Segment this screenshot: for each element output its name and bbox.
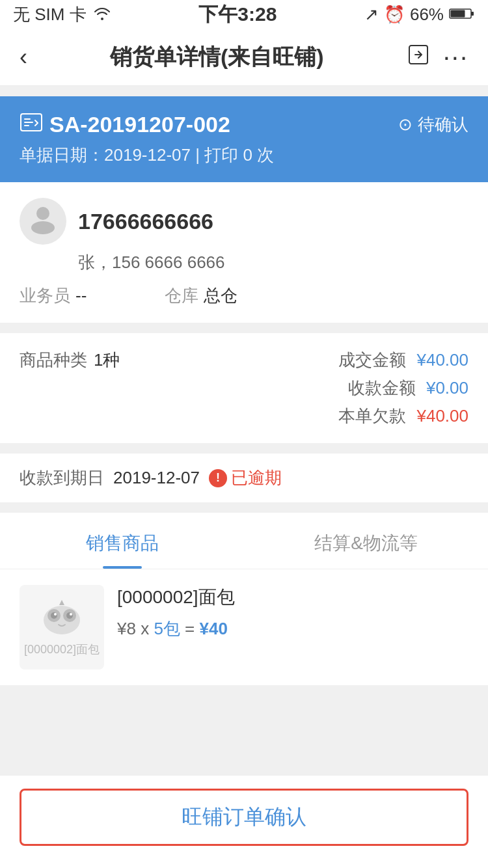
- no-sim-text: 无 SIM 卡: [13, 3, 87, 26]
- receipt-amount-row: 收款金额 ¥0.00: [348, 377, 468, 400]
- salesperson-label: 业务员: [20, 284, 70, 307]
- confirm-order-button[interactable]: 旺铺订单确认: [20, 789, 468, 846]
- debt-amount-row: 本单欠款 ¥40.00: [338, 405, 468, 427]
- product-kind: 商品种类 1种: [20, 349, 120, 372]
- battery-text: 66%: [410, 5, 444, 25]
- order-status: ⊙ 待确认: [398, 113, 468, 136]
- amount-section: 商品种类 1种 成交金额 ¥40.00 收款金额 ¥0.00 本单欠款 ¥40.…: [0, 333, 488, 443]
- status-time: 下午3:28: [198, 1, 277, 28]
- svg-point-7: [44, 606, 80, 634]
- receipt-amount-label: 收款金额: [348, 377, 416, 400]
- product-thumbnail: [0000002]面包: [20, 585, 104, 670]
- tab-settlement-logistics[interactable]: 结算&物流等: [244, 513, 488, 569]
- debt-amount-value: ¥40.00: [416, 406, 468, 426]
- overdue-badge: ! 已逾期: [209, 467, 282, 489]
- alarm-icon: ⏰: [384, 5, 405, 25]
- status-left: 无 SIM 卡: [13, 3, 111, 26]
- svg-point-10: [51, 612, 57, 619]
- warehouse-label: 仓库: [165, 284, 198, 307]
- receipt-amount-value: ¥0.00: [426, 378, 468, 398]
- due-date: 2019-12-07: [113, 468, 200, 488]
- product-thumbnail-inner: [0000002]面包: [24, 597, 100, 657]
- order-date: 单据日期：2019-12-07 | 打印 0 次: [20, 144, 468, 167]
- share-icon[interactable]: [407, 43, 430, 72]
- user-icon: [27, 203, 59, 240]
- tabs-row: 销售商品 结算&物流等: [0, 513, 488, 569]
- product-unit-price: ¥8 x: [117, 619, 154, 638]
- product-price-row: ¥8 x 5包 = ¥40: [117, 617, 468, 640]
- wifi-icon: [93, 5, 111, 25]
- svg-rect-1: [471, 12, 474, 16]
- status-right: ↗ ⏰ 66%: [364, 5, 475, 25]
- svg-point-5: [36, 207, 49, 220]
- svg-point-12: [54, 613, 57, 616]
- deal-amount-label: 成交金额: [338, 349, 406, 372]
- nav-bar: ‹ 销货单详情(来自旺铺) ···: [0, 29, 488, 86]
- due-label: 收款到期日: [20, 467, 104, 489]
- bottom-bar: 旺铺订单确认: [0, 775, 488, 868]
- deal-amount-row: 成交金额 ¥40.00: [338, 349, 468, 372]
- amounts-right: 成交金额 ¥40.00 收款金额 ¥0.00 本单欠款 ¥40.00: [338, 349, 468, 427]
- more-icon[interactable]: ···: [443, 42, 468, 72]
- battery-icon: [449, 5, 475, 25]
- nav-actions: ···: [407, 42, 468, 72]
- order-header: SA-20191207-002 ⊙ 待确认 单据日期：2019-12-07 | …: [0, 96, 488, 182]
- avatar: [20, 198, 66, 245]
- product-item: [0000002]面包 [0000002]面包 ¥8 x 5包 = ¥40: [0, 569, 488, 685]
- back-button[interactable]: ‹: [20, 44, 27, 71]
- product-kind-label: 商品种类: [20, 349, 87, 372]
- product-info: [0000002]面包 ¥8 x 5包 = ¥40: [117, 585, 468, 640]
- warehouse-value: 总仓: [204, 284, 237, 307]
- salesperson-item: 业务员 --: [20, 284, 87, 307]
- customer-meta: 业务员 -- 仓库 总仓: [20, 284, 468, 307]
- debt-amount-label: 本单欠款: [338, 405, 406, 427]
- customer-phone: 17666666666: [78, 209, 213, 234]
- page-title: 销货单详情(来自旺铺): [110, 42, 324, 72]
- order-id: SA-20191207-002: [20, 112, 230, 137]
- overdue-text: 已逾期: [231, 467, 282, 489]
- salesperson-value: --: [75, 286, 87, 306]
- order-icon: [20, 112, 43, 137]
- location-icon: ↗: [364, 5, 379, 25]
- customer-name: 张，156 6666 6666: [78, 251, 468, 274]
- customer-section: 17666666666 张，156 6666 6666 业务员 -- 仓库 总仓: [0, 182, 488, 323]
- customer-row: 17666666666: [20, 198, 468, 245]
- svg-point-11: [66, 612, 73, 619]
- due-section: 收款到期日 2019-12-07 ! 已逾期: [0, 454, 488, 502]
- brand-label: [0000002]面包: [24, 642, 100, 657]
- svg-point-13: [70, 613, 72, 616]
- warehouse-item: 仓库 总仓: [165, 284, 237, 307]
- product-total: ¥40: [199, 619, 227, 638]
- overdue-warning-icon: !: [209, 469, 227, 487]
- svg-point-6: [31, 221, 55, 234]
- product-equals: =: [180, 619, 200, 638]
- deal-amount-value: ¥40.00: [416, 350, 468, 370]
- tabs-section: 销售商品 结算&物流等: [0, 513, 488, 685]
- product-qty: 5包: [154, 619, 180, 638]
- status-bar: 无 SIM 卡 下午3:28 ↗ ⏰ 66%: [0, 0, 488, 29]
- clock-icon: ⊙: [398, 115, 413, 135]
- tab-sales-products[interactable]: 销售商品: [0, 513, 244, 569]
- product-kind-value: 1种: [94, 349, 120, 372]
- product-name: [0000002]面包: [117, 585, 468, 610]
- svg-rect-2: [450, 10, 465, 17]
